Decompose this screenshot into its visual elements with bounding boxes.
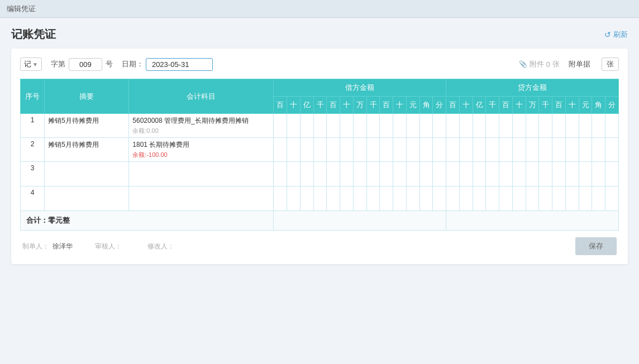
row1-debit-9[interactable] bbox=[380, 114, 393, 138]
row2-account[interactable]: 1801 长期待摊费用 余额:-100.00 bbox=[129, 138, 274, 162]
row4-credit-3[interactable] bbox=[473, 186, 486, 211]
row3-debit-11[interactable] bbox=[406, 162, 419, 186]
row4-account[interactable] bbox=[129, 186, 274, 211]
row1-debit-13[interactable] bbox=[433, 114, 446, 138]
row2-debit-1[interactable] bbox=[274, 138, 287, 162]
row4-credit-12[interactable] bbox=[592, 186, 605, 211]
row3-credit-11[interactable] bbox=[579, 162, 592, 186]
row4-debit-12[interactable] bbox=[419, 186, 433, 211]
row4-debit-3[interactable] bbox=[300, 186, 313, 211]
row4-debit-1[interactable] bbox=[274, 186, 287, 211]
attach-sheets-button[interactable]: 附单据 bbox=[569, 59, 590, 69]
row1-credit-9[interactable] bbox=[552, 114, 566, 138]
row3-debit-1[interactable] bbox=[274, 162, 287, 186]
attach-link[interactable]: 📎 附件 0 张 bbox=[519, 59, 560, 69]
row1-credit-12[interactable] bbox=[592, 114, 605, 138]
row3-credit-3[interactable] bbox=[473, 162, 486, 186]
row2-debit-2[interactable] bbox=[287, 138, 301, 162]
row3-debit-8[interactable] bbox=[366, 162, 380, 186]
row3-debit-6[interactable] bbox=[340, 162, 354, 186]
row4-debit-7[interactable] bbox=[353, 186, 366, 211]
row2-debit-4[interactable] bbox=[313, 138, 327, 162]
voucher-type-select[interactable]: 记 ▼ bbox=[20, 58, 42, 71]
row3-credit-1[interactable] bbox=[446, 162, 460, 186]
row2-credit-8[interactable] bbox=[539, 138, 552, 162]
row1-debit-11[interactable] bbox=[406, 114, 419, 138]
row1-debit-5[interactable] bbox=[327, 114, 340, 138]
row4-credit-2[interactable] bbox=[459, 186, 473, 211]
row1-debit-8[interactable] bbox=[366, 114, 380, 138]
row1-credit-6[interactable] bbox=[512, 114, 526, 138]
row3-credit-2[interactable] bbox=[459, 162, 473, 186]
row4-credit-11[interactable] bbox=[579, 186, 592, 211]
row1-credit-1[interactable] bbox=[446, 114, 460, 138]
row2-debit-13[interactable] bbox=[433, 138, 446, 162]
row1-credit-8[interactable] bbox=[539, 114, 552, 138]
row4-debit-8[interactable] bbox=[366, 186, 380, 211]
row2-debit-7[interactable] bbox=[353, 138, 366, 162]
row2-credit-9[interactable] bbox=[552, 138, 566, 162]
row2-credit-12[interactable] bbox=[592, 138, 605, 162]
row2-debit-5[interactable] bbox=[327, 138, 340, 162]
row1-debit-10[interactable] bbox=[393, 114, 407, 138]
row4-credit-13[interactable] bbox=[605, 186, 619, 211]
row1-debit-4[interactable] bbox=[313, 114, 327, 138]
row4-debit-2[interactable] bbox=[287, 186, 301, 211]
row4-summary[interactable] bbox=[45, 186, 129, 211]
row2-debit-11[interactable] bbox=[406, 138, 419, 162]
row1-debit-7[interactable] bbox=[353, 114, 366, 138]
row3-debit-3[interactable] bbox=[300, 162, 313, 186]
save-button[interactable]: 保存 bbox=[575, 237, 617, 255]
row1-debit-6[interactable] bbox=[340, 114, 354, 138]
row3-account[interactable] bbox=[129, 162, 274, 186]
row4-debit-6[interactable] bbox=[340, 186, 354, 211]
row3-debit-12[interactable] bbox=[419, 162, 433, 186]
row4-credit-5[interactable] bbox=[499, 186, 513, 211]
row1-credit-10[interactable] bbox=[565, 114, 579, 138]
row1-account[interactable]: 56020008 管理费用_长期待摊费用摊销 余额:0.00 bbox=[129, 114, 274, 138]
row4-debit-4[interactable] bbox=[313, 186, 327, 211]
row3-credit-12[interactable] bbox=[592, 162, 605, 186]
row2-debit-9[interactable] bbox=[380, 138, 393, 162]
row3-debit-7[interactable] bbox=[353, 162, 366, 186]
row3-summary[interactable] bbox=[45, 162, 129, 186]
row3-credit-9[interactable] bbox=[552, 162, 566, 186]
row2-debit-3[interactable] bbox=[300, 138, 313, 162]
row3-debit-10[interactable] bbox=[393, 162, 407, 186]
row1-credit-11[interactable] bbox=[579, 114, 592, 138]
row2-credit-4[interactable] bbox=[486, 138, 499, 162]
row4-debit-13[interactable] bbox=[433, 186, 446, 211]
row2-credit-5[interactable] bbox=[499, 138, 513, 162]
row1-summary[interactable]: 摊销5月待摊费用 bbox=[45, 114, 129, 138]
row2-credit-10[interactable] bbox=[565, 138, 579, 162]
row4-credit-1[interactable] bbox=[446, 186, 460, 211]
voucher-number-input[interactable] bbox=[69, 58, 102, 71]
row1-credit-3[interactable] bbox=[473, 114, 486, 138]
row2-credit-7[interactable] bbox=[526, 138, 539, 162]
row1-credit-7[interactable] bbox=[526, 114, 539, 138]
row2-credit-2[interactable] bbox=[459, 138, 473, 162]
row3-credit-7[interactable] bbox=[526, 162, 539, 186]
row1-debit-2[interactable] bbox=[287, 114, 301, 138]
row2-credit-6[interactable] bbox=[512, 138, 526, 162]
row3-debit-5[interactable] bbox=[327, 162, 340, 186]
row1-debit-3[interactable] bbox=[300, 114, 313, 138]
row1-credit-2[interactable] bbox=[459, 114, 473, 138]
row3-debit-2[interactable] bbox=[287, 162, 301, 186]
row4-debit-5[interactable] bbox=[327, 186, 340, 211]
row2-debit-8[interactable] bbox=[366, 138, 380, 162]
row3-credit-13[interactable] bbox=[605, 162, 619, 186]
row2-credit-3[interactable] bbox=[473, 138, 486, 162]
row3-credit-10[interactable] bbox=[565, 162, 579, 186]
refresh-button[interactable]: ↺ 刷新 bbox=[604, 30, 628, 40]
row4-credit-4[interactable] bbox=[486, 186, 499, 211]
row1-credit-5[interactable] bbox=[499, 114, 513, 138]
row2-credit-1[interactable] bbox=[446, 138, 460, 162]
date-input[interactable] bbox=[146, 58, 213, 71]
row3-credit-5[interactable] bbox=[499, 162, 513, 186]
row4-credit-10[interactable] bbox=[565, 186, 579, 211]
row2-credit-11[interactable] bbox=[579, 138, 592, 162]
row2-summary[interactable]: 摊销5月待摊费用 bbox=[45, 138, 129, 162]
row2-credit-13[interactable] bbox=[605, 138, 619, 162]
row4-credit-6[interactable] bbox=[512, 186, 526, 211]
